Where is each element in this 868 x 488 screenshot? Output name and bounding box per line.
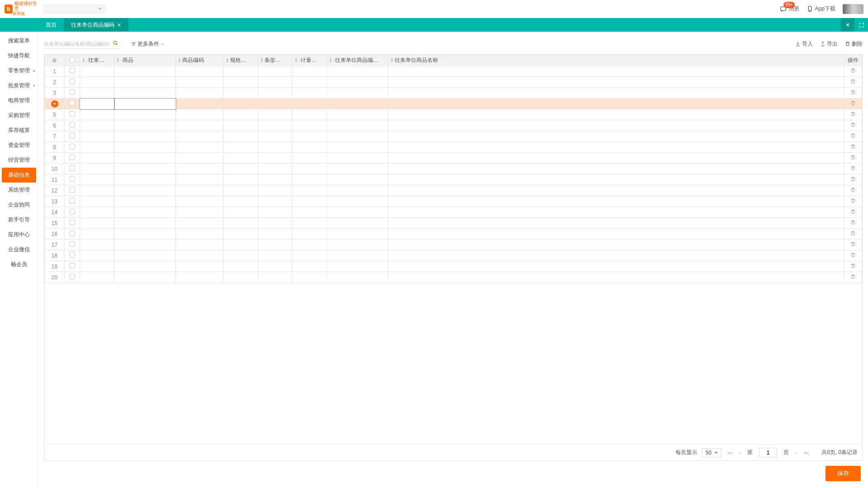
cell-unit[interactable] [292,218,327,229]
cell-product-code[interactable] [176,218,224,229]
cell-product[interactable] [114,77,176,88]
cell-unit[interactable] [292,131,327,142]
row-delete-button[interactable] [844,272,862,283]
cell-unit[interactable] [292,77,327,88]
row-delete-button[interactable] [844,153,862,164]
cell-partner-code[interactable] [327,239,388,250]
cell-product[interactable] [114,261,176,272]
cell-product[interactable] [114,207,176,218]
column-partner-product-name[interactable]: ▲▼往来单位商品名称 [388,55,844,66]
row-delete-button[interactable] [844,142,862,153]
row-checkbox-cell[interactable] [65,218,80,229]
cell-barcode[interactable] [258,229,292,239]
page-input[interactable] [759,448,777,457]
table-row[interactable]: 7 [45,131,862,142]
row-checkbox-cell[interactable] [65,164,80,174]
sidebar-item-6[interactable]: 库存核算 [0,123,38,138]
cell-barcode[interactable] [258,207,292,218]
cell-spec[interactable] [224,207,258,218]
column-unit[interactable]: ▲▼·计量… [292,55,327,66]
cell-barcode[interactable] [258,239,292,250]
row-checkbox-cell[interactable] [65,66,80,77]
row-checkbox-cell[interactable] [65,185,80,196]
checkbox[interactable] [70,230,75,236]
cell-spec[interactable] [224,109,258,120]
sidebar-item-7[interactable]: 资金管理 [0,138,38,153]
checkbox[interactable] [70,133,75,138]
cell-spec[interactable] [224,88,258,99]
cell-unit[interactable] [292,99,327,109]
cell-unit[interactable] [292,207,327,218]
table-row[interactable]: 3 [45,88,862,99]
cell-spec[interactable] [224,185,258,196]
cell-partner-code[interactable] [327,196,388,207]
checkbox[interactable] [70,274,75,279]
cell-spec[interactable] [224,120,258,131]
cell-barcode[interactable] [258,153,292,164]
table-row[interactable]: 8 [45,142,862,153]
cell-unit[interactable] [292,120,327,131]
cell-partner-code[interactable] [327,174,388,185]
cell-spec[interactable] [224,218,258,229]
row-delete-button[interactable] [844,185,862,196]
cell-barcode[interactable] [258,99,292,109]
row-delete-button[interactable] [844,131,862,142]
tab-home[interactable]: 首页 [38,18,64,32]
cell-partner-name[interactable] [388,207,844,218]
cell-product-code[interactable] [176,239,224,250]
cell-barcode[interactable] [258,185,292,196]
close-icon[interactable]: ✕ [117,22,121,28]
checkbox[interactable] [70,198,75,203]
row-delete-button[interactable] [844,261,862,272]
cell-partner[interactable] [80,196,114,207]
row-checkbox-cell[interactable] [65,196,80,207]
row-delete-button[interactable] [844,109,862,120]
sidebar-item-4[interactable]: 电商管理 [0,93,38,108]
fullscreen-button[interactable] [854,18,868,32]
row-add-button[interactable]: + [45,99,65,109]
sidebar-item-15[interactable]: 畅会员 [0,257,38,272]
cell-partner[interactable] [80,88,114,99]
checkbox[interactable] [70,155,75,160]
cell-partner-code[interactable] [327,207,388,218]
row-delete-button[interactable] [844,250,862,261]
cell-product[interactable] [114,109,176,120]
tab-close-all-button[interactable] [841,18,854,32]
cell-partner-name[interactable] [388,239,844,250]
cell-product-code[interactable] [176,250,224,261]
cell-product-code[interactable] [176,109,224,120]
row-delete-button[interactable] [844,196,862,207]
cell-product-code[interactable] [176,185,224,196]
app-download-link[interactable]: App下载 [807,5,835,13]
cell-partner[interactable] [80,164,114,174]
cell-partner[interactable] [80,153,114,164]
row-delete-button[interactable] [844,99,862,109]
cell-product-code[interactable] [176,120,224,131]
cell-product-code[interactable] [176,174,224,185]
checkbox[interactable] [70,100,75,106]
checkbox[interactable] [70,209,75,214]
cell-product[interactable] [114,229,176,239]
cell-unit[interactable] [292,196,327,207]
export-button[interactable]: 导出 [820,40,838,48]
cell-barcode[interactable] [258,164,292,174]
table-row[interactable]: 18 [45,250,862,261]
sidebar-item-3[interactable]: 批发管理▸ [0,78,38,93]
cell-partner-name[interactable] [388,164,844,174]
search-input[interactable] [44,39,118,49]
cell-product-code[interactable] [176,142,224,153]
cell-partner-code[interactable] [327,164,388,174]
import-button[interactable]: 导入 [795,40,813,48]
cell-product[interactable] [114,185,176,196]
cell-unit[interactable] [292,109,327,120]
row-checkbox-cell[interactable] [65,142,80,153]
cell-barcode[interactable] [258,174,292,185]
cell-unit[interactable] [292,153,327,164]
cell-spec[interactable] [224,66,258,77]
table-row[interactable]: + [45,99,862,109]
cell-partner[interactable] [80,185,114,196]
cell-partner[interactable] [80,272,114,283]
cell-partner-name[interactable] [388,272,844,283]
delete-button[interactable]: 删除 [845,40,863,48]
cell-unit[interactable] [292,142,327,153]
